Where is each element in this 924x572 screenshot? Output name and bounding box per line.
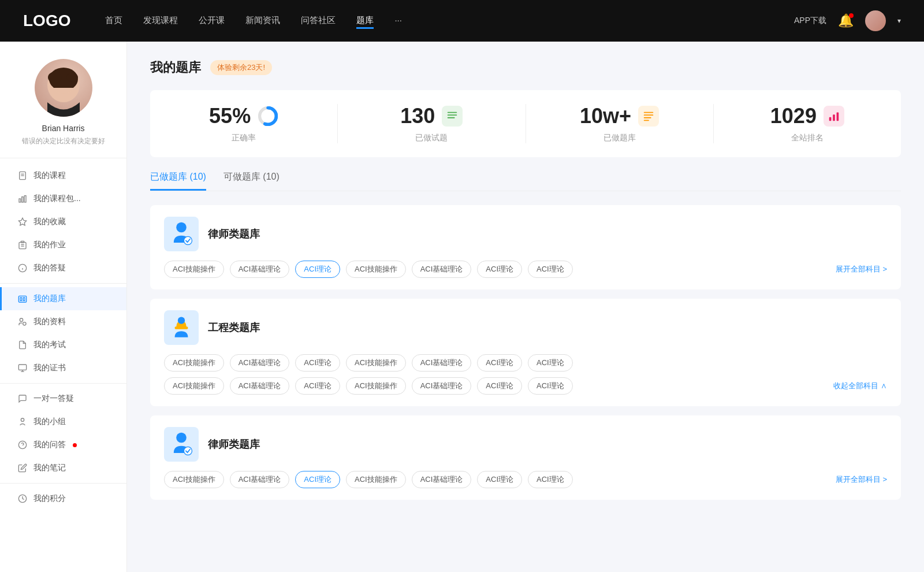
tab-available[interactable]: 可做题库 (10)	[223, 171, 280, 191]
tag-eng-10[interactable]: ACI技能操作	[346, 377, 406, 395]
nav-links: 首页 发现课程 公开课 新闻资讯 问答社区 题库 ···	[105, 13, 794, 29]
bank-icon-engineer	[164, 310, 199, 345]
sidebar: Brian Harris 错误的决定比没有决定要好 我的课程 我的课程包...	[0, 42, 127, 572]
nav-question-bank[interactable]: 题库	[356, 13, 374, 29]
stat-questions-label: 已做试题	[415, 133, 448, 143]
expand-link-lawyer-1[interactable]: 展开全部科目 >	[836, 264, 887, 274]
svg-rect-37	[644, 114, 654, 116]
tag-eng-3[interactable]: ACI技能操作	[346, 354, 406, 372]
tag-lawyer2-3[interactable]: ACI技能操作	[346, 471, 406, 488]
svg-rect-12	[19, 242, 26, 248]
tag-lawyer2-0[interactable]: ACI技能操作	[164, 471, 224, 488]
sidebar-item-exam[interactable]: 我的考试	[0, 333, 126, 356]
sidebar-item-homework[interactable]: 我的作业	[0, 233, 126, 257]
tag-eng-5[interactable]: ACI理论	[477, 354, 522, 372]
sidebar-item-my-qa[interactable]: 我的问答	[0, 433, 126, 456]
sidebar-item-points[interactable]: 我的积分	[0, 487, 126, 510]
question-bank-tabs: 已做题库 (10) 可做题库 (10)	[150, 171, 901, 191]
tag-lawyer1-2[interactable]: ACI理论	[295, 261, 340, 278]
tag-eng-9[interactable]: ACI理论	[295, 377, 340, 395]
svg-rect-20	[23, 298, 25, 300]
nav-right: APP下载 🔔 ▾	[794, 10, 901, 31]
sidebar-item-question-bank[interactable]: 我的题库	[0, 287, 126, 310]
users-icon	[17, 317, 28, 327]
sidebar-item-notes[interactable]: 我的笔记	[0, 456, 126, 480]
bank-icon-lawyer-1	[164, 217, 199, 251]
svg-point-46	[178, 317, 185, 324]
sidebar-item-course-package[interactable]: 我的课程包...	[0, 187, 126, 210]
sidebar-item-group[interactable]: 我的小组	[0, 410, 126, 433]
expand-link-lawyer-2[interactable]: 展开全部科目 >	[836, 474, 887, 485]
tag-lawyer2-5[interactable]: ACI理论	[477, 471, 522, 488]
bank-name-lawyer-1: 律师类题库	[208, 227, 260, 241]
tag-eng-2[interactable]: ACI理论	[295, 354, 340, 372]
tag-lawyer2-6[interactable]: ACI理论	[528, 471, 573, 488]
stat-banks-value: 10w+	[580, 104, 631, 128]
sidebar-item-my-course[interactable]: 我的课程	[0, 164, 126, 187]
top-navigation: LOGO 首页 发现课程 公开课 新闻资讯 问答社区 题库 ··· APP下载 …	[0, 0, 924, 42]
svg-point-21	[20, 318, 23, 321]
svg-point-47	[176, 433, 187, 443]
chat-icon	[17, 393, 28, 404]
tag-lawyer1-6[interactable]: ACI理论	[528, 261, 573, 278]
tag-lawyer1-3[interactable]: ACI技能操作	[346, 261, 406, 278]
points-icon	[17, 493, 28, 504]
sidebar-item-materials[interactable]: 我的资料	[0, 310, 126, 333]
tag-lawyer1-4[interactable]: ACI基础理论	[412, 261, 472, 278]
sidebar-item-certificate[interactable]: 我的证书	[0, 356, 126, 380]
svg-rect-42	[837, 113, 839, 121]
nav-news[interactable]: 新闻资讯	[245, 13, 280, 29]
notification-bell[interactable]: 🔔	[838, 13, 854, 28]
nav-discover[interactable]: 发现课程	[143, 13, 178, 29]
questions-icon	[442, 106, 463, 127]
sidebar-item-qa[interactable]: 我的答疑	[0, 257, 126, 280]
tag-lawyer2-4[interactable]: ACI基础理论	[412, 471, 472, 488]
qa-icon	[17, 440, 28, 450]
stat-accuracy-value: 55%	[209, 104, 251, 128]
collapse-link-engineer[interactable]: 收起全部科目 ∧	[833, 381, 887, 391]
bank-name-lawyer-2: 律师类题库	[208, 437, 260, 451]
sidebar-label-course-package: 我的课程包...	[33, 194, 81, 204]
tag-lawyer1-0[interactable]: ACI技能操作	[164, 261, 224, 278]
sidebar-item-one-on-one[interactable]: 一对一答疑	[0, 387, 126, 410]
tag-eng-6[interactable]: ACI理论	[528, 354, 573, 372]
tab-done[interactable]: 已做题库 (10)	[150, 171, 206, 191]
tag-lawyer2-2[interactable]: ACI理论	[295, 471, 340, 488]
tag-lawyer1-5[interactable]: ACI理论	[477, 261, 522, 278]
sidebar-label-one-on-one: 一对一答疑	[33, 393, 74, 404]
svg-point-26	[21, 418, 24, 421]
bank-header-lawyer-2: 律师类题库	[164, 427, 887, 462]
tag-lawyer2-1[interactable]: ACI基础理论	[230, 471, 290, 488]
trial-badge: 体验剩余23天!	[210, 60, 272, 75]
list-icon	[446, 110, 459, 122]
stat-ranking-value: 1029	[770, 104, 817, 128]
nav-home[interactable]: 首页	[105, 13, 122, 29]
tag-eng-0[interactable]: ACI技能操作	[164, 354, 224, 372]
stat-banks-top: 10w+	[580, 104, 659, 128]
nav-open-course[interactable]: 公开课	[199, 13, 225, 29]
tag-eng-13[interactable]: ACI理论	[528, 377, 573, 395]
nav-qa[interactable]: 问答社区	[301, 13, 336, 29]
bank-tags-row-2a: ACI技能操作 ACI基础理论 ACI理论 ACI技能操作 ACI基础理论 AC…	[164, 354, 887, 372]
avatar[interactable]	[865, 10, 886, 31]
stat-questions-top: 130	[400, 104, 463, 128]
svg-rect-23	[18, 365, 26, 370]
sidebar-label-my-course: 我的课程	[33, 170, 66, 181]
tag-eng-12[interactable]: ACI理论	[477, 377, 522, 395]
nav-more[interactable]: ···	[394, 13, 402, 29]
svg-rect-34	[448, 114, 457, 116]
profile-motto: 错误的决定比没有决定要好	[16, 136, 111, 146]
tag-eng-1[interactable]: ACI基础理论	[230, 354, 290, 372]
svg-rect-33	[448, 112, 457, 113]
tag-eng-11[interactable]: ACI基础理论	[412, 377, 472, 395]
bank-header-lawyer-1: 律师类题库	[164, 217, 887, 251]
tag-eng-8[interactable]: ACI基础理论	[230, 377, 290, 395]
app-download-link[interactable]: APP下载	[794, 16, 826, 26]
tag-lawyer1-1[interactable]: ACI基础理论	[230, 261, 290, 278]
sidebar-item-favorites[interactable]: 我的收藏	[0, 210, 126, 233]
chevron-down-icon[interactable]: ▾	[897, 17, 901, 25]
sidebar-label-notes: 我的笔记	[33, 463, 66, 473]
tag-eng-7[interactable]: ACI技能操作	[164, 377, 224, 395]
sidebar-menu: 我的课程 我的课程包... 我的收藏 我的作业	[0, 164, 126, 510]
tag-eng-4[interactable]: ACI基础理论	[412, 354, 472, 372]
